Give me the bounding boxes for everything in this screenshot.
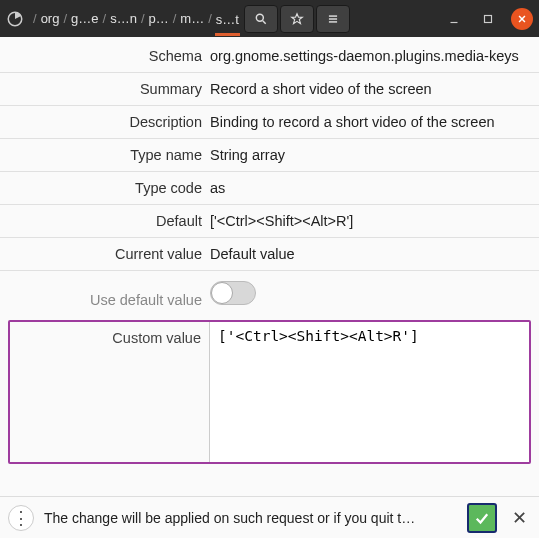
row-use-default: Use default value [0,270,539,316]
breadcrumb-item-active[interactable]: s…t [215,10,240,36]
current-value: Default value [210,246,539,262]
custom-value-input[interactable] [210,322,529,462]
typecode-label: Type code [0,180,210,196]
description-label: Description [0,114,210,130]
current-label: Current value [0,246,210,262]
row-typename: Type name String array [0,138,539,171]
summary-value: Record a short video of the screen [210,81,539,97]
typecode-value: as [210,180,539,196]
titlebar: /org /g…e /s…n /p… /m… /s…t [0,0,539,37]
row-current: Current value Default value [0,237,539,270]
row-summary: Summary Record a short video of the scre… [0,72,539,105]
summary-label: Summary [0,81,210,97]
schema-value: org.gnome.settings-daemon.plugins.media-… [210,48,539,64]
breadcrumbs: /org /g…e /s…n /p… /m… /s…t [30,1,240,36]
row-default: Default ['<Ctrl><Shift><Alt>R'] [0,204,539,237]
svg-point-1 [256,14,263,21]
schema-label: Schema [0,45,210,64]
content-area: Schema org.gnome.settings-daemon.plugins… [0,37,539,496]
typename-label: Type name [0,147,210,163]
dismiss-button[interactable]: ✕ [507,506,531,530]
app-icon [0,0,30,37]
breadcrumb-item[interactable]: g…e [70,9,99,28]
row-schema: Schema org.gnome.settings-daemon.plugins… [0,37,539,72]
minimize-button[interactable] [443,8,465,30]
default-label: Default [0,213,210,229]
svg-line-2 [263,20,266,23]
usedefault-label: Use default value [0,292,210,308]
search-button[interactable] [244,5,278,33]
breadcrumb-item[interactable]: org [40,9,61,28]
apply-button[interactable] [467,503,497,533]
use-default-switch[interactable] [210,281,256,305]
default-value: ['<Ctrl><Shift><Alt>R'] [210,213,539,229]
bookmark-button[interactable] [280,5,314,33]
infobar-text: The change will be applied on such reque… [44,510,457,526]
row-typecode: Type code as [0,171,539,204]
breadcrumb-item[interactable]: s…n [109,9,138,28]
infobar: ⋮ The change will be applied on such req… [0,496,539,538]
custom-value-block: Custom value [8,320,531,464]
info-more-button[interactable]: ⋮ [8,505,34,531]
breadcrumb-item[interactable]: p… [148,9,170,28]
svg-rect-7 [485,15,492,22]
menu-button[interactable] [316,5,350,33]
breadcrumb-item[interactable]: m… [179,9,205,28]
description-value: Binding to record a short video of the s… [210,114,539,130]
typename-value: String array [210,147,539,163]
custom-label: Custom value [10,322,210,462]
maximize-button[interactable] [477,8,499,30]
close-button[interactable] [511,8,533,30]
row-description: Description Binding to record a short vi… [0,105,539,138]
